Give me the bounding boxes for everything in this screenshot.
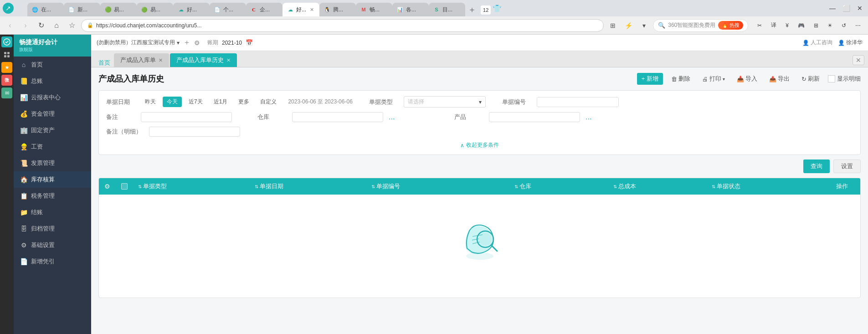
sidebar-item-inventory[interactable]: 🏠 库存核算 (14, 171, 91, 188)
sidebar-item-invoice[interactable]: 📜 发票管理 (14, 155, 91, 171)
filter-type-select[interactable]: 请选择 ▾ (404, 96, 486, 108)
print-button[interactable]: 🖨 打印 ▾ (699, 73, 729, 85)
show-fields-toggle[interactable]: 显示明细 (828, 75, 861, 83)
close-side-panel[interactable]: ✕ (853, 55, 868, 67)
refresh-button[interactable]: ↻ 刷新 (798, 73, 823, 85)
company-selector[interactable]: (勿删勿禁用）江西服宝测试专用 ▾ (97, 39, 180, 46)
product-dots-button[interactable]: ... (582, 113, 595, 121)
bookmark-button[interactable]: ☆ (66, 19, 78, 32)
new-tab-button[interactable]: ＋ (465, 3, 479, 16)
refresh-browser-button[interactable]: ↻ (35, 19, 47, 32)
sidebar-item-new-voucher[interactable]: 📄 新增凭引 (14, 253, 91, 270)
game-tool[interactable]: 🎮 (794, 19, 808, 32)
username-button[interactable]: 👤 徐泽华 (838, 39, 863, 46)
import-button[interactable]: 📥 导入 (733, 73, 761, 85)
tab-close-8[interactable]: ✕ (309, 6, 315, 14)
new-button[interactable]: + 新增 (637, 73, 663, 85)
tab-7[interactable]: C 企... (246, 3, 282, 16)
theme-tool[interactable]: ☀ (824, 19, 836, 32)
calendar-icon[interactable]: 📅 (246, 39, 253, 46)
th-date[interactable]: ⇅ 单据日期 (250, 182, 367, 190)
rail-icon-weibo[interactable]: 微 (1, 75, 12, 86)
home-button[interactable]: ⌂ (50, 19, 63, 32)
back-button[interactable]: ‹ (4, 19, 16, 32)
address-input[interactable]: 🔒 https://cloud.chanjet.com/accounting/u… (81, 19, 604, 32)
dropdown-icon[interactable]: ▾ (637, 19, 650, 32)
date-btn-7days[interactable]: 近7天 (185, 97, 207, 107)
user-service-button[interactable]: 👤 人工咨询 (802, 39, 832, 46)
tab-10[interactable]: M 畅... (356, 3, 392, 16)
tab-11[interactable]: 📊 各... (392, 3, 429, 16)
sidebar-item-home[interactable]: ⌂ 首页 (14, 57, 91, 73)
rail-icon-star[interactable]: ★ (1, 62, 12, 73)
th-status[interactable]: ⇅ 单据状态 (707, 182, 824, 190)
scissors-tool[interactable]: ✂ (754, 19, 765, 32)
settings-button[interactable]: 设置 (833, 159, 861, 173)
th-warehouse[interactable]: ⇅ 仓库 (510, 182, 608, 190)
sidebar-item-ledger[interactable]: 📒 总账 (14, 73, 91, 89)
add-company-icon[interactable]: ＋ (183, 38, 190, 47)
filter-note-input[interactable] (141, 112, 232, 122)
date-btn-today[interactable]: 今天 (163, 97, 182, 107)
export-button[interactable]: 📤 导出 (765, 73, 793, 85)
sidebar-item-cloud-report[interactable]: 📊 云报表中心 (14, 89, 91, 106)
th-cost[interactable]: ⇅ 总成本 (609, 182, 707, 190)
maximize-button[interactable]: ⬜ (840, 2, 853, 15)
tab-5[interactable]: ☁ 好... (173, 3, 210, 16)
sidebar-item-tax[interactable]: 📋 税务管理 (14, 188, 91, 204)
delete-button[interactable]: 🗑 删除 (668, 73, 694, 85)
filter-warehouse-input[interactable] (292, 112, 383, 122)
more-tool[interactable]: ⋯ (852, 19, 864, 32)
settings-icon[interactable]: ⚙ (194, 39, 200, 46)
show-fields-checkbox[interactable] (828, 75, 835, 82)
tab-12[interactable]: S 目... (429, 3, 465, 16)
date-btn-yesterday[interactable]: 昨天 (141, 97, 160, 107)
rail-icon-mail[interactable]: ✉ (1, 87, 12, 98)
translate-tool[interactable]: 译 (767, 19, 780, 32)
date-btn-custom[interactable]: 自定义 (256, 97, 281, 107)
tab-9[interactable]: 🐧 腾... (319, 3, 356, 16)
grid-tool[interactable]: ⊞ (810, 19, 822, 32)
extensions-icon[interactable]: ⊞ (606, 19, 619, 32)
date-btn-more[interactable]: 更多 (234, 97, 253, 107)
sidebar-item-fund[interactable]: 💰 资金管理 (14, 106, 91, 122)
collapse-filter-button[interactable]: ∧ 收起更多条件 (106, 141, 853, 149)
tab-6[interactable]: 📄 个... (210, 3, 246, 16)
undo-tool[interactable]: ↺ (838, 19, 850, 32)
th-checkbox[interactable] (115, 183, 134, 190)
date-btn-1month[interactable]: 近1月 (210, 97, 232, 107)
sidebar-item-settlement[interactable]: 📁 结账 (14, 204, 91, 221)
rail-icon-2[interactable] (1, 49, 12, 60)
tab-8[interactable]: ☁ 好... ✕ (282, 3, 319, 16)
th-number[interactable]: ⇅ 单据编号 (367, 182, 510, 190)
close-button[interactable]: ✕ (853, 2, 866, 15)
sidebar-item-fixed-asset[interactable]: 🏢 固定资产 (14, 122, 91, 139)
lightning-icon[interactable]: ⚡ (622, 19, 635, 32)
tab-4[interactable]: 🟢 易... (137, 3, 173, 16)
tab-2[interactable]: 📄 新... (64, 3, 100, 16)
filter-product-input[interactable] (489, 112, 580, 122)
warehouse-dots-button[interactable]: ... (385, 113, 398, 121)
search-button[interactable]: 查询 (803, 159, 830, 173)
currency-tool[interactable]: ¥ (782, 19, 792, 32)
breadcrumb-home[interactable]: 首页 (98, 59, 110, 67)
filter-note-detail-input[interactable] (149, 127, 240, 137)
rail-icon-1[interactable] (1, 36, 12, 47)
page-tab-history[interactable]: 产成品入库单历史 ✕ (170, 53, 237, 67)
forward-button[interactable]: › (19, 19, 32, 32)
page-tab-list[interactable]: 产成品入库单 ✕ (114, 53, 169, 67)
tab-3[interactable]: 🟢 易... (100, 3, 137, 16)
tab-1[interactable]: 🌐 在... (27, 3, 64, 16)
select-all-checkbox[interactable] (121, 183, 128, 190)
minimize-button[interactable]: — (826, 2, 839, 15)
sidebar-item-basic[interactable]: ⚙ 基础设置 (14, 237, 91, 253)
search-bar[interactable]: 🔍 360智能抠图免费用 🔥 热搜 (653, 19, 748, 32)
sidebar-item-payroll[interactable]: 👷 工资 (14, 139, 91, 155)
filter-number-input[interactable] (537, 97, 619, 107)
th-settings[interactable]: ⚙ (99, 183, 115, 190)
th-type[interactable]: ⇅ 单据类型 (134, 182, 250, 190)
sidebar-item-archive[interactable]: 🗄 归档管理 (14, 221, 91, 237)
shirt-icon[interactable]: 👕 (491, 2, 503, 15)
page-tab-list-close[interactable]: ✕ (159, 57, 163, 63)
page-tab-history-close[interactable]: ✕ (226, 57, 231, 63)
